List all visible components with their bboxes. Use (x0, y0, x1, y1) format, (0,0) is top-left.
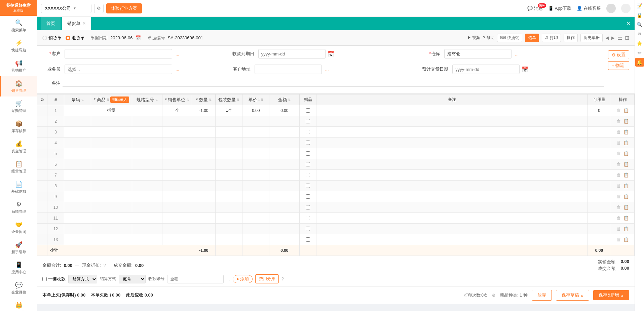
right-icon-mail[interactable]: ✉ (635, 30, 644, 38)
add-button[interactable]: ● 添加 (233, 275, 253, 283)
gift-checkbox[interactable] (306, 108, 310, 113)
amount-cell[interactable]: 0.00 (269, 105, 300, 116)
price-cell[interactable]: 0.00 (242, 105, 269, 116)
tab-sales-order[interactable]: 销货单 ✕ (62, 17, 91, 30)
copy-icon[interactable]: 📋 (623, 151, 629, 156)
sidebar-item-operations[interactable]: 📋 经营管理 (0, 157, 37, 177)
delete-icon[interactable]: 🗑 (616, 151, 621, 156)
sidebar-item-apps[interactable]: 📱 应用中心 (0, 258, 37, 278)
sidebar-item-guide[interactable]: 🚀 新手引导 (0, 238, 37, 258)
grid-view-icon[interactable]: ⊞ (625, 35, 629, 41)
user-avatar-2[interactable] (621, 4, 631, 13)
copy-icon[interactable]: 📋 (623, 216, 629, 221)
qty-cell[interactable]: -1.00 (192, 105, 216, 116)
radio-return-order[interactable]: 退货单 (66, 35, 85, 41)
print-btn[interactable]: 🖨 打印 (542, 34, 561, 42)
payment-method-select[interactable]: 结算方式 (68, 275, 97, 283)
right-icon-edit[interactable]: 📝 (635, 1, 644, 10)
amount-input[interactable] (167, 275, 224, 283)
trial-button[interactable]: 体验行业方案 (106, 3, 142, 13)
copy-icon[interactable]: 📋 (623, 205, 629, 210)
sidebar-item-inventory[interactable]: 📦 库存核算 (0, 117, 37, 137)
sidebar-item-collab[interactable]: 🤝 企业协同 (0, 218, 37, 238)
save-draft-button[interactable]: 保存草稿 ▲ (556, 290, 590, 301)
one-click-payment-checkbox[interactable]: 一键收款 (42, 276, 66, 282)
print-settings-icon[interactable]: ⚙ (492, 293, 496, 298)
sidebar-item-purchase[interactable]: 🛒 采购管理 (0, 96, 37, 117)
product-cell[interactable]: 拆贡 (91, 105, 132, 116)
company-selector[interactable]: XXXXXX公司 ▼ (41, 4, 91, 13)
list-view-icon[interactable]: ☰ (617, 35, 622, 41)
sidebar-item-finance[interactable]: 💰 资金管理 (0, 137, 37, 157)
gift-checkbox[interactable] (306, 216, 310, 220)
select-btn[interactable]: 选单 (525, 34, 539, 42)
gift-checkbox[interactable] (306, 173, 310, 177)
sidebar-item-member[interactable]: 👑 畅会员 (0, 298, 37, 311)
sort-icon-product[interactable]: ⇅ (107, 98, 109, 102)
delete-icon[interactable]: 🗑 (616, 129, 621, 134)
sort-icon-unit[interactable]: ⇅ (186, 98, 189, 102)
overdue-info-icon[interactable]: ℹ (110, 293, 111, 297)
app-download-button[interactable]: 📱 App下载 (548, 5, 571, 11)
prev-icon[interactable]: ◀ (605, 35, 609, 40)
copy-icon[interactable]: 📋 (623, 194, 629, 199)
video-link[interactable]: ▶ 视频 (467, 35, 480, 41)
spec-cell[interactable] (132, 105, 162, 116)
remark-cell[interactable] (316, 105, 588, 116)
sort-icon-price[interactable]: ⇅ (261, 98, 263, 102)
customer-dots[interactable]: ... (176, 51, 179, 56)
due-date-input[interactable] (258, 49, 326, 59)
message-button[interactable]: 💬 消息 99+ (527, 5, 543, 11)
online-service-button[interactable]: 👤 在线客服 (577, 5, 601, 11)
sidebar-item-wechat[interactable]: 💬 企业微信 (0, 278, 37, 298)
save-new-button[interactable]: 保存&新增 ▲ (593, 290, 629, 300)
sort-icon-pack[interactable]: ⇅ (237, 98, 239, 102)
radio-sales-order[interactable]: 销货单 (42, 35, 62, 41)
delete-icon[interactable]: 🗑 (616, 205, 621, 210)
expected-date-input[interactable] (452, 65, 520, 74)
gift-checkbox[interactable] (306, 237, 310, 242)
one-click-checkbox[interactable] (42, 277, 47, 281)
gift-checkbox[interactable] (306, 227, 310, 231)
calendar-icon[interactable]: 📅 (136, 35, 141, 40)
gift-checkbox[interactable] (306, 130, 310, 134)
sort-icon-spec[interactable]: ⇅ (155, 98, 158, 102)
sort-icon-qty[interactable]: ⇅ (209, 98, 212, 102)
copy-icon[interactable]: 📋 (623, 162, 629, 167)
salesperson-input[interactable] (65, 65, 172, 74)
copy-icon[interactable]: 📋 (623, 119, 629, 124)
sidebar-item-marketing[interactable]: 📢 营销推广 (0, 56, 37, 76)
gift-checkbox[interactable] (306, 194, 310, 199)
barcode-cell[interactable] (64, 105, 91, 116)
tab-bar-close-icon[interactable]: ✕ (626, 20, 631, 27)
settings-gear-button[interactable]: ⚙ (94, 4, 104, 13)
form-settings-button[interactable]: ⚙ 设置 (608, 50, 629, 59)
sidebar-item-basics[interactable]: 📄 基础信息 (0, 177, 37, 197)
gift-cell[interactable] (300, 105, 316, 116)
delete-icon[interactable]: 🗑 (616, 183, 621, 188)
cash-discount-info-icon[interactable]: ? (104, 263, 106, 268)
expected-date-calendar-icon[interactable]: 📅 (522, 66, 528, 73)
due-date-calendar-icon[interactable]: 📅 (328, 51, 334, 57)
unit-cell[interactable]: 个 (162, 105, 192, 116)
delete-icon[interactable]: 🗑 (616, 172, 621, 178)
gift-checkbox[interactable] (306, 119, 310, 123)
sort-icon-barcode[interactable]: ⇅ (81, 98, 84, 102)
sidebar-item-search[interactable]: 🔍 搜索菜单 (0, 16, 37, 36)
copy-icon[interactable]: 📋 (623, 108, 629, 113)
save-new-chevron-icon[interactable]: ▲ (620, 294, 624, 297)
copy-icon[interactable]: 📋 (623, 172, 629, 178)
user-avatar[interactable] (606, 4, 616, 13)
sidebar-item-system[interactable]: ⚙ 系统管理 (0, 197, 37, 218)
save-draft-chevron-icon[interactable]: ▲ (580, 294, 584, 297)
th-settings[interactable]: ⚙ (37, 94, 47, 105)
warehouse-dots[interactable]: ... (515, 51, 519, 56)
customer-input[interactable] (65, 49, 172, 59)
delete-icon[interactable]: 🗑 (616, 119, 621, 124)
delete-icon[interactable]: 🗑 (616, 194, 621, 199)
customer-addr-dots[interactable]: ... (325, 67, 329, 72)
tab-close-icon[interactable]: ✕ (82, 21, 86, 26)
delete-icon[interactable]: 🗑 (616, 162, 621, 167)
pack-qty-cell[interactable]: 1个 (216, 105, 242, 116)
history-btn[interactable]: 历史单据 (580, 34, 603, 42)
